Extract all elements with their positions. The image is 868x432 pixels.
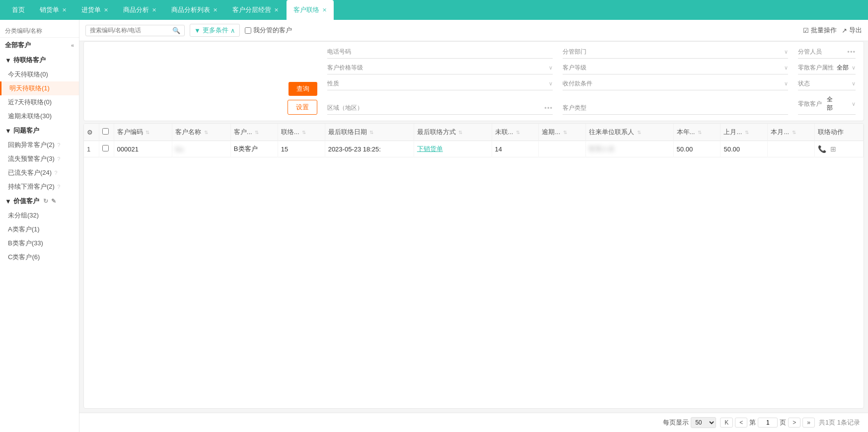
nav-purchase[interactable]: 进货单 ✕: [74, 0, 115, 20]
filter-region[interactable]: 区域（地区） •••: [327, 104, 553, 115]
search-input[interactable]: [90, 27, 172, 34]
sort-icon-uncontacted[interactable]: ⇅: [516, 130, 520, 135]
col-actions[interactable]: 联络动作: [815, 124, 864, 141]
retail-customer-arrow[interactable]: ∨: [852, 101, 856, 107]
col-checkbox[interactable]: [99, 124, 114, 141]
sidebar-item-type-c[interactable]: C类客户(6): [0, 250, 79, 264]
region-dots[interactable]: •••: [544, 104, 553, 112]
row-actions[interactable]: 📞 ⊞: [815, 141, 864, 157]
nav-product-analysis[interactable]: 商品分析 ✕: [116, 0, 163, 20]
sort-icon-related[interactable]: ⇅: [637, 130, 641, 135]
col-last-month[interactable]: 上月... ⇅: [721, 124, 768, 141]
close-product-analysis-list-icon[interactable]: ✕: [213, 7, 217, 13]
close-product-analysis-icon[interactable]: ✕: [152, 7, 156, 13]
col-code[interactable]: 客户编码 ⇅: [114, 124, 172, 141]
filter-manager[interactable]: 分管人员 •••: [798, 48, 856, 59]
query-button[interactable]: 查询: [289, 82, 317, 96]
sort-icon-last-month[interactable]: ⇅: [745, 130, 749, 135]
col-this-year[interactable]: 本年... ⇅: [673, 124, 721, 141]
col-last-method[interactable]: 最后联络方式 ⇅: [414, 124, 492, 141]
nav-home[interactable]: 首页: [5, 0, 32, 20]
sort-icon-last-date[interactable]: ⇅: [369, 130, 373, 135]
prev-page-button[interactable]: <: [735, 418, 747, 428]
help-icon-3[interactable]: ?: [54, 170, 57, 176]
gear-icon[interactable]: ⚙: [87, 129, 93, 136]
department-arrow[interactable]: ∨: [784, 49, 788, 55]
sidebar-item-type-a[interactable]: A类客户(1): [0, 222, 79, 236]
help-icon-2[interactable]: ?: [57, 156, 60, 162]
next-page-button[interactable]: >: [788, 418, 800, 428]
col-name[interactable]: 客户名称 ⇅: [172, 124, 231, 141]
refresh-icon[interactable]: ↻: [43, 198, 48, 205]
action-phone-icon[interactable]: 📞: [818, 145, 826, 153]
close-sales-icon[interactable]: ✕: [62, 7, 67, 13]
col-last-date[interactable]: 最后联络日期 ⇅: [325, 124, 414, 141]
col-contact[interactable]: 联络... ⇅: [278, 124, 325, 141]
sidebar-item-churn-warn[interactable]: 流失预警客户(3) ?: [0, 152, 79, 166]
sort-icon-this-year[interactable]: ⇅: [698, 130, 702, 135]
row-name[interactable]: Ea: [172, 141, 231, 157]
edit-icon[interactable]: ✎: [51, 198, 56, 205]
filter-department[interactable]: 分管部门 ∨: [563, 48, 788, 59]
per-page-select[interactable]: 50 100 200: [691, 417, 716, 428]
row-select-checkbox[interactable]: [102, 145, 109, 151]
sort-icon-contact[interactable]: ⇅: [302, 130, 306, 135]
all-customers-section[interactable]: 全部客户 «: [0, 38, 79, 53]
customer-level-arrow[interactable]: ∨: [784, 65, 788, 71]
my-customer-checkbox-label[interactable]: 我分管的客户: [245, 26, 292, 35]
help-icon-4[interactable]: ?: [57, 184, 60, 190]
first-page-button[interactable]: K: [720, 418, 733, 428]
filter-nature[interactable]: 性质 ∨: [327, 79, 553, 90]
nav-customer-tier[interactable]: 客户分层经营 ✕: [225, 0, 286, 20]
group-value-customers[interactable]: ▼ 价值客户 ↻ ✎: [0, 194, 79, 209]
manager-dots[interactable]: •••: [847, 48, 856, 56]
help-icon-1[interactable]: ?: [57, 142, 60, 148]
page-number-input[interactable]: [758, 418, 778, 428]
sidebar-item-churned[interactable]: 已流失客户(24) ?: [0, 166, 79, 180]
last-page-button[interactable]: »: [802, 418, 815, 428]
group-problem-customers[interactable]: ▼ 问题客户: [0, 123, 79, 138]
sidebar-item-tomorrow[interactable]: 明天待联络(1): [0, 81, 79, 95]
batch-operation-button[interactable]: ☑ 批量操作: [803, 26, 837, 35]
sidebar-item-repurchase[interactable]: 回购异常客户(2) ?: [0, 138, 79, 152]
filter-status[interactable]: 状态 ∨: [798, 79, 856, 90]
sidebar-item-ungrouped[interactable]: 未分组(32): [0, 209, 79, 222]
search-icon[interactable]: 🔍: [172, 27, 180, 34]
row-last-method[interactable]: 下销货单: [414, 141, 492, 157]
sort-icon-this-month[interactable]: ⇅: [792, 130, 796, 135]
col-type[interactable]: 客户... ⇅: [230, 124, 278, 141]
sort-icon-name[interactable]: ⇅: [204, 130, 208, 135]
group-pending-contact[interactable]: ▼ 待联络客户: [0, 53, 79, 68]
sidebar-item-declining[interactable]: 持续下滑客户(2) ?: [0, 180, 79, 194]
price-level-arrow[interactable]: ∨: [549, 65, 553, 71]
sort-icon-type[interactable]: ⇅: [255, 130, 259, 135]
action-qr-icon[interactable]: ⊞: [830, 145, 836, 153]
filter-customer-level[interactable]: 客户等级 ∨: [563, 64, 788, 74]
search-box[interactable]: 🔍: [85, 25, 185, 36]
sidebar-item-week7[interactable]: 近7天待联络(0): [0, 95, 79, 109]
sidebar-search-input[interactable]: [5, 27, 79, 34]
nav-customer-contact[interactable]: 客户联络 ✕: [287, 0, 334, 20]
col-uncontacted[interactable]: 未联... ⇅: [492, 124, 539, 141]
status-arrow[interactable]: ∨: [852, 80, 856, 87]
select-all-checkbox[interactable]: [102, 128, 109, 135]
my-customer-checkbox[interactable]: [245, 27, 251, 34]
sidebar-search-box[interactable]: 🔍: [0, 24, 79, 38]
more-filter-button[interactable]: ▼ 更多条件 ∧: [190, 24, 240, 37]
sort-icon-last-method[interactable]: ⇅: [458, 130, 462, 135]
filter-payment[interactable]: 收付款条件 ∨: [563, 79, 788, 90]
nav-product-analysis-list[interactable]: 商品分析列表 ✕: [164, 0, 224, 20]
payment-arrow[interactable]: ∨: [784, 80, 788, 87]
col-related-contact[interactable]: 往来单位联系人 ⇅: [586, 124, 673, 141]
filter-retail-attr[interactable]: 零散客户属性 全部 ∨: [798, 64, 856, 74]
row-checkbox[interactable]: [99, 141, 114, 157]
retail-attr-arrow[interactable]: ∨: [852, 65, 856, 71]
col-this-month[interactable]: 本月... ⇅: [768, 124, 815, 141]
filter-customer-type[interactable]: 客户类型: [563, 104, 788, 115]
sidebar-item-overdue[interactable]: 逾期未联络(30): [0, 109, 79, 123]
col-overdue[interactable]: 逾期... ⇅: [539, 124, 586, 141]
sort-icon-overdue[interactable]: ⇅: [563, 130, 567, 135]
reset-button[interactable]: 设置: [288, 100, 317, 115]
col-settings[interactable]: ⚙: [84, 124, 99, 141]
sort-icon-code[interactable]: ⇅: [145, 130, 149, 135]
